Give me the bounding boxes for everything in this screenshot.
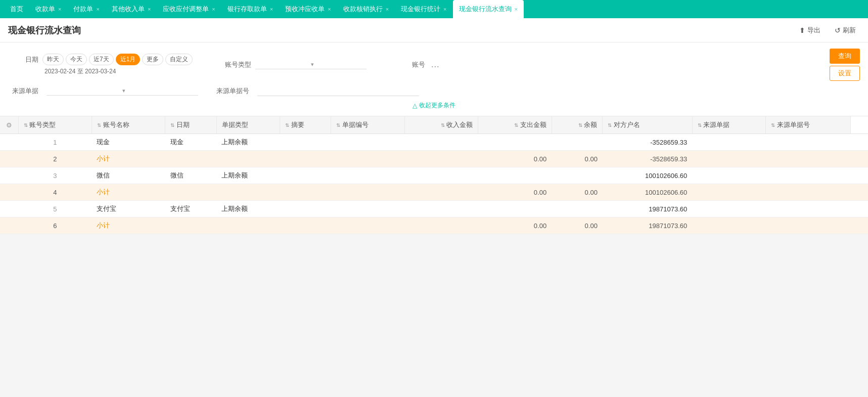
close-icon[interactable]: × [328, 6, 331, 12]
collapse-icon: △ [413, 102, 417, 109]
source-doc-cell [766, 167, 851, 184]
source-doc-no-cell [851, 151, 868, 167]
summary-cell [331, 201, 404, 217]
nav-other-income[interactable]: 其他收入单 × [106, 0, 157, 18]
settings-button[interactable]: 设置 [830, 66, 860, 81]
nav-ar-ap-adjust[interactable]: 应收应付调整单 × [157, 0, 221, 18]
close-icon[interactable]: × [270, 6, 273, 12]
row-settings-cell [0, 134, 18, 151]
income-cell: 0.00 [478, 217, 552, 234]
source-doc-select[interactable]: ▾ [47, 86, 198, 96]
col-account-type: ⇅ 账号类型 [18, 116, 92, 134]
date-btn-1month[interactable]: 近1月 [116, 54, 141, 65]
close-icon[interactable]: × [148, 6, 151, 12]
date-btn-7days[interactable]: 近7天 [89, 54, 114, 65]
nav-prepayment[interactable]: 预收冲应收单 × [279, 0, 337, 18]
date-btn-yesterday[interactable]: 昨天 [42, 54, 64, 65]
close-icon[interactable]: × [515, 6, 518, 12]
balance-cell: -3528659.33 [603, 151, 692, 167]
date-btn-custom[interactable]: 自定义 [165, 54, 193, 65]
expense-cell [552, 201, 603, 217]
col-summary: ⇅ 摘要 [280, 116, 331, 134]
doc-no-cell [404, 184, 478, 201]
row-settings-cell [0, 184, 18, 201]
account-type-select[interactable]: ▾ [255, 60, 367, 69]
source-doc-no-input[interactable] [259, 87, 417, 95]
col-doc-type: 单据类型 [216, 116, 280, 134]
col-source-doc: ⇅ 来源单据 [692, 116, 765, 134]
table-row: 4小计0.000.00100102606.60 [0, 184, 868, 201]
source-doc-no-cell [851, 201, 868, 217]
nav-receipts[interactable]: 收款单 × [29, 0, 67, 18]
export-button[interactable]: ⬆ 导出 [795, 24, 825, 37]
page-header: 现金银行流水查询 ⬆ 导出 ↺ 刷新 [0, 18, 868, 42]
account-type-cell: 小计 [92, 184, 165, 201]
col-expense: ⇅ 支出金额 [478, 116, 552, 134]
export-icon: ⬆ [799, 26, 805, 34]
nav-payments[interactable]: 付款单 × [67, 0, 105, 18]
account-name-cell: 支付宝 [165, 201, 216, 217]
nav-cash-bank-stats[interactable]: 现金银行统计 × [395, 0, 452, 18]
row-number: 4 [18, 184, 92, 201]
doc-no-cell [404, 201, 478, 217]
chevron-down-icon: ▾ [311, 61, 364, 68]
balance-cell: 100102606.60 [603, 167, 692, 184]
gear-icon[interactable]: ⚙ [6, 121, 12, 129]
date-btn-more[interactable]: 更多 [142, 54, 163, 65]
row-number: 6 [18, 217, 92, 234]
source-doc-no-cell [851, 184, 868, 201]
account-type-label: 账号类型 [221, 60, 251, 69]
nav-home[interactable]: 首页 [4, 0, 29, 18]
income-cell: 0.00 [478, 151, 552, 167]
doc-type-cell [280, 134, 331, 151]
close-icon[interactable]: × [212, 6, 215, 12]
col-doc-no: ⇅ 单据编号 [331, 116, 404, 134]
col-balance: ⇅ 余额 [552, 116, 603, 134]
nav-bank-deposit[interactable]: 银行存取款单 × [221, 0, 279, 18]
nav-cash-bank-flow[interactable]: 现金银行流水查询 × [453, 0, 524, 18]
col-counterparty: ⇅ 对方户名 [603, 116, 692, 134]
income-cell [478, 134, 552, 151]
filter-row-2: 来源单据 ▾ 来源单据号 [8, 86, 860, 96]
account-type-cell: 微信 [92, 167, 165, 184]
expense-cell: 0.00 [552, 184, 603, 201]
income-cell [478, 167, 552, 184]
account-name-cell: 现金 [165, 134, 216, 151]
date-cell [216, 217, 280, 234]
col-account-name: ⇅ 账号名称 [92, 116, 165, 134]
filter-action-btns: 查询 设置 [830, 49, 860, 81]
doc-type-cell [280, 151, 331, 167]
counterparty-cell [692, 184, 765, 201]
counterparty-cell [692, 134, 765, 151]
account-label: 账号 [395, 60, 425, 69]
date-shortcuts: 昨天 今天 近7天 近1月 更多 自定义 [42, 54, 193, 65]
doc-no-cell [404, 151, 478, 167]
close-icon[interactable]: × [443, 6, 446, 12]
summary-cell [331, 151, 404, 167]
account-name-cell [165, 217, 216, 234]
date-btn-today[interactable]: 今天 [66, 54, 87, 65]
collapse-bar[interactable]: △ 收起更多条件 [8, 101, 860, 110]
source-doc-no-cell [851, 167, 868, 184]
table-header-row: ⚙ ⇅ 账号类型 ⇅ 账号名称 ⇅ 日期 单据类型 ⇅ 摘要 ⇅ 单据编号 ⇅ … [0, 116, 868, 134]
row-number: 3 [18, 167, 92, 184]
source-doc-no-input-wrap [257, 86, 419, 96]
row-settings-cell [0, 167, 18, 184]
account-dots-button[interactable]: ... [429, 59, 442, 71]
doc-no-cell [404, 217, 478, 234]
refresh-icon: ↺ [835, 26, 841, 34]
counterparty-cell [692, 201, 765, 217]
close-icon[interactable]: × [96, 6, 99, 12]
close-icon[interactable]: × [58, 6, 61, 12]
data-table: ⚙ ⇅ 账号类型 ⇅ 账号名称 ⇅ 日期 单据类型 ⇅ 摘要 ⇅ 单据编号 ⇅ … [0, 116, 868, 234]
col-income: ⇅ 收入金额 [404, 116, 478, 134]
date-cell: 上期余额 [216, 134, 280, 151]
close-icon[interactable]: × [386, 6, 389, 12]
account-type-cell: 现金 [92, 134, 165, 151]
source-doc-label: 来源单据 [8, 86, 38, 96]
table-container: ⚙ ⇅ 账号类型 ⇅ 账号名称 ⇅ 日期 单据类型 ⇅ 摘要 ⇅ 单据编号 ⇅ … [0, 116, 868, 234]
row-settings-cell [0, 201, 18, 217]
query-button[interactable]: 查询 [830, 49, 860, 64]
refresh-button[interactable]: ↺ 刷新 [831, 24, 860, 37]
nav-receipt-verify[interactable]: 收款核销执行 × [337, 0, 395, 18]
